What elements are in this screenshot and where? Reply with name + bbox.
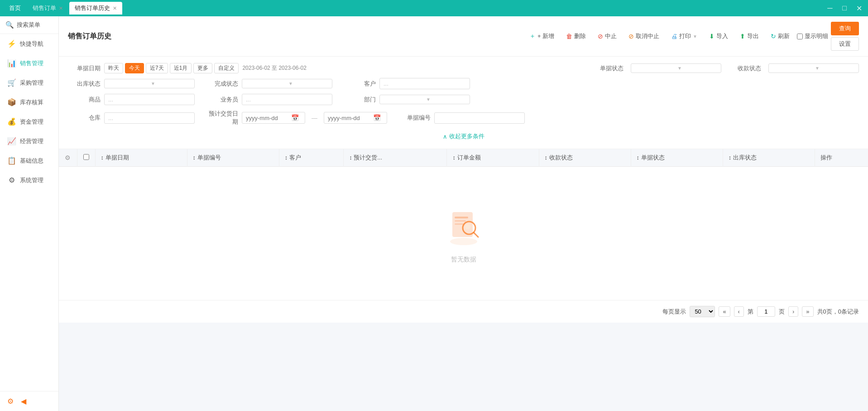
delete-button[interactable]: 🗑 删除 (561, 30, 590, 43)
select-all-checkbox[interactable] (83, 154, 89, 160)
customer-input[interactable]: ... (379, 78, 470, 89)
svg-line-6 (474, 232, 478, 237)
salesperson-input[interactable]: ... (242, 94, 332, 105)
th-delivery: ↕ 预计交货... (344, 149, 447, 167)
svg-point-0 (450, 238, 477, 245)
delivery-date-end[interactable]: 📅 (324, 112, 387, 124)
tab-sales-order-history[interactable]: 销售订单历史 ✕ (69, 2, 122, 15)
warehouse-input[interactable]: ... (104, 112, 195, 124)
voucher-status-select[interactable]: ▼ (631, 63, 721, 73)
next-page-button[interactable]: › (788, 306, 798, 317)
th-operation-label: 操作 (820, 154, 832, 161)
sidebar-item-label: 库存核算 (20, 98, 43, 106)
tab-sales-order-history-label: 销售订单历史 (75, 4, 110, 12)
stop-icon: ⊘ (598, 33, 603, 40)
table-settings-icon[interactable]: ⚙ (65, 154, 71, 161)
last-page-button[interactable]: » (802, 306, 813, 317)
svg-rect-4 (455, 223, 464, 225)
sidebar-item-sales[interactable]: 📊 销售管理 (0, 53, 58, 73)
th-outbound-status-label: ↕ 出库状态 (729, 154, 757, 161)
sidebar-item-inventory[interactable]: 📦 库存核算 (0, 92, 58, 112)
goods-input[interactable]: ... (104, 94, 195, 105)
sidebar-item-label: 经营管理 (20, 137, 43, 145)
page-size-select[interactable]: 50 10 20 100 (690, 306, 715, 317)
settings-button[interactable]: 设置 (831, 37, 859, 51)
th-voucher-status: ↕ 单据状态 (631, 149, 723, 167)
th-date-label: ↕ 单据日期 (101, 154, 129, 161)
payment-status-arrow: ▼ (815, 66, 855, 71)
date-btn-yesterday[interactable]: 昨天 (104, 63, 123, 73)
query-button[interactable]: 查询 (831, 22, 859, 35)
tab-home[interactable]: 首页 (4, 2, 26, 15)
print-button[interactable]: 🖨 打印 ▼ (667, 30, 702, 43)
refresh-button[interactable]: ↻ 刷新 (766, 30, 794, 43)
collapse-sidebar-icon[interactable]: ◀ (21, 397, 26, 406)
pagination-bar: 每页显示 50 10 20 100 « ‹ 第 页 › » 共0页，0条记录 (59, 300, 868, 323)
date-btn-7days[interactable]: 近7天 (146, 63, 168, 73)
minimize-icon[interactable]: ─ (825, 3, 835, 14)
tab-sales-order-label: 销售订单 (33, 4, 56, 12)
toolbar: ＋ + 新增 🗑 删除 ⊘ 中止 ⊘ 取消中止 (525, 22, 859, 51)
sidebar-item-operation[interactable]: 📈 经营管理 (0, 131, 58, 151)
print-icon: 🖨 (671, 33, 677, 40)
customer-dots: ... (384, 80, 388, 87)
sidebar-item-label: 快捷导航 (20, 40, 43, 48)
warehouse-label: 仓库 (68, 114, 101, 122)
date-btn-1month[interactable]: 近1月 (170, 63, 192, 73)
search-icon: 🔍 (5, 21, 14, 29)
page-label: 页 (779, 308, 785, 316)
sales-icon: 📊 (7, 59, 16, 68)
payment-status-select[interactable]: ▼ (768, 63, 859, 73)
delivery-date-start[interactable]: 📅 (242, 112, 305, 124)
date-btn-today[interactable]: 今天 (125, 63, 144, 73)
maximize-icon[interactable]: □ (839, 3, 850, 14)
search-menu-bar[interactable]: 🔍 搜索菜单 (0, 16, 58, 34)
display-detail-checkbox[interactable]: 显示明细 (797, 32, 828, 40)
page-input[interactable] (757, 306, 775, 317)
first-page-button[interactable]: « (719, 306, 730, 317)
warehouse-dots: ... (108, 115, 113, 121)
outbound-status-arrow: ▼ (151, 81, 191, 86)
settings-bottom-icon[interactable]: ⚙ (7, 397, 14, 406)
svg-rect-2 (455, 217, 468, 218)
collapse-filter-row[interactable]: ∧ 收起更多条件 (68, 131, 859, 142)
complete-status-select[interactable]: ▼ (242, 79, 332, 88)
window-close-icon[interactable]: ✕ (854, 3, 864, 14)
th-payment-status: ↕ 收款状态 (539, 149, 631, 167)
empty-state: 暂无数据 (59, 167, 868, 300)
th-voucher-status-label: ↕ 单据状态 (637, 154, 665, 161)
refresh-label: 刷新 (778, 32, 790, 40)
date-btn-more[interactable]: 更多 (193, 63, 212, 73)
delete-label: 删除 (574, 32, 586, 40)
sidebar-bottom: ⚙ ◀ (0, 391, 58, 411)
delivery-date-end-input[interactable] (328, 115, 373, 121)
export-icon: ⬆ (740, 33, 745, 40)
sidebar-item-finance[interactable]: 💰 资金管理 (0, 112, 58, 131)
import-button[interactable]: ⬇ 导入 (705, 30, 733, 43)
tab-sales-order[interactable]: 销售订单 ✕ (27, 2, 68, 15)
goods-dots: ... (108, 96, 113, 103)
th-outbound-status: ↕ 出库状态 (723, 149, 815, 167)
page-label-pre: 第 (748, 308, 753, 316)
close-history-tab[interactable]: ✕ (113, 5, 117, 11)
voucher-no-input[interactable] (434, 112, 525, 124)
data-table: ⚙ ↕ 单据日期 ↕ 单据编号 (59, 149, 868, 167)
sidebar-item-system[interactable]: ⚙ 系统管理 (0, 170, 58, 190)
sidebar-item-base[interactable]: 📋 基础信息 (0, 151, 58, 170)
cancel-button[interactable]: ⊘ 取消中止 (624, 30, 664, 43)
filter-row-2: 出库状态 ▼ 完成状态 ▼ 客户 ... (68, 78, 859, 89)
stop-button[interactable]: ⊘ 中止 (593, 30, 621, 43)
department-select[interactable]: ▼ (379, 95, 470, 104)
export-button[interactable]: ⬆ 导出 (735, 30, 763, 43)
toolbar-right: 查询 设置 (831, 22, 859, 51)
stop-label: 中止 (605, 32, 617, 40)
outbound-status-select[interactable]: ▼ (104, 79, 195, 88)
delivery-date-start-input[interactable] (246, 115, 291, 121)
display-detail-input[interactable] (797, 34, 803, 39)
new-button[interactable]: ＋ + 新增 (525, 30, 559, 43)
close-sales-order-tab[interactable]: ✕ (59, 5, 63, 11)
prev-page-button[interactable]: ‹ (734, 306, 744, 317)
sidebar-item-quick-nav[interactable]: ⚡ 快捷导航 (0, 34, 58, 53)
date-btn-custom[interactable]: 自定义 (214, 63, 239, 73)
sidebar-item-purchase[interactable]: 🛒 采购管理 (0, 73, 58, 92)
